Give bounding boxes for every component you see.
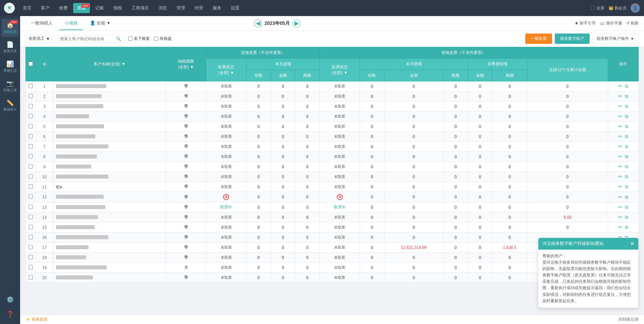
edit-icon[interactable]: ✏ <box>618 83 622 89</box>
copy-icon[interactable]: ⧉ <box>625 134 628 139</box>
copy-icon[interactable]: ⧉ <box>625 144 628 149</box>
edit-icon[interactable]: ✏ <box>618 224 622 230</box>
copy-icon[interactable]: ⧉ <box>625 174 628 179</box>
row-customer-name[interactable]: ████████████ <box>53 102 166 112</box>
sidebar-item-smart-invoice[interactable]: 🏠 智能取票 new <box>1 19 19 37</box>
tab-general-taxpayer[interactable]: 一般纳税人 <box>25 17 58 30</box>
copy-icon[interactable]: ⧉ <box>625 184 628 189</box>
edit-icon[interactable]: ✏ <box>618 124 622 129</box>
edit-icon[interactable]: ✏ <box>618 134 622 139</box>
copy-icon[interactable]: ⧉ <box>625 124 628 129</box>
tax-policy-link[interactable]: ⚡ 税务政策 <box>25 317 48 322</box>
sidebar-item-settings[interactable]: ⚙️ <box>1 293 19 307</box>
row-checkbox-7[interactable] <box>29 144 33 148</box>
row-checkbox-18[interactable] <box>29 255 33 259</box>
row-checkbox-15[interactable] <box>29 225 33 229</box>
row-checkbox-11[interactable] <box>29 184 33 189</box>
row-customer-name[interactable]: ████████████ <box>53 263 166 273</box>
row-customer-name[interactable]: ████████████ <box>53 202 166 212</box>
row-customer-name[interactable]: tEa <box>53 182 166 192</box>
row-customer-name[interactable]: ████████████ <box>53 91 166 102</box>
edit-icon[interactable]: ✏ <box>618 194 622 200</box>
avatar[interactable]: 👤 <box>631 3 640 13</box>
nav-item-accounting[interactable]: 记账 <box>91 3 108 13</box>
nav-item-settings[interactable]: 设置 <box>227 3 244 13</box>
copy-icon[interactable]: ⧉ <box>625 93 628 99</box>
row-checkbox-3[interactable] <box>29 104 33 108</box>
nav-item-invoice[interactable]: 票据 new <box>73 3 90 13</box>
edit-icon[interactable]: ✏ <box>618 104 622 109</box>
guide-btn[interactable]: ★ 新手引导 <box>575 20 596 26</box>
copy-icon[interactable]: ⧉ <box>625 204 628 210</box>
nav-item-manage[interactable]: 管理 <box>172 3 189 13</box>
sidebar-item-entry[interactable]: ✏️ 票据录入 <box>1 96 19 115</box>
row-checkbox-13[interactable] <box>29 205 33 209</box>
row-checkbox-2[interactable] <box>29 94 33 98</box>
row-checkbox-16[interactable] <box>29 235 33 239</box>
edit-icon[interactable]: ✏ <box>618 214 622 220</box>
copy-icon[interactable]: ⧉ <box>625 154 628 159</box>
copy-icon[interactable]: ⧉ <box>625 114 628 119</box>
refresh-btn[interactable]: ↺ 刷新 <box>626 20 639 26</box>
row-checkbox-1[interactable] <box>29 84 33 88</box>
checkbox-taxdisk-input[interactable] <box>154 37 158 41</box>
edit-icon[interactable]: ✏ <box>618 144 622 149</box>
tax-digital-btn[interactable]: 税务数字账户 <box>555 34 590 44</box>
row-customer-name[interactable]: ████████████ <box>53 233 166 243</box>
edit-icon[interactable]: ✏ <box>618 93 622 99</box>
tab-small-scale[interactable]: 小规模 <box>59 17 83 30</box>
nav-item-service[interactable]: 服务 <box>209 3 225 13</box>
row-customer-name[interactable]: ████████████ <box>53 253 166 263</box>
one-click-btn[interactable]: 一键取票 <box>525 34 552 44</box>
row-customer-name[interactable]: ████████████ <box>53 152 166 162</box>
search-input[interactable] <box>60 37 116 41</box>
row-checkbox-17[interactable] <box>29 245 33 249</box>
nav-item-home[interactable]: 首页 <box>19 3 36 13</box>
sidebar-item-scan[interactable]: 📷 扫描上传 <box>1 77 19 95</box>
row-customer-name[interactable]: ████████████ <box>53 212 166 222</box>
manual-btn[interactable]: 📖 操作手册 <box>600 20 622 26</box>
edit-icon[interactable]: ✏ <box>618 204 622 210</box>
copy-icon[interactable]: ⧉ <box>625 104 628 109</box>
sidebar-item-summary[interactable]: 📊 票据汇总 <box>1 58 19 76</box>
row-customer-name[interactable]: ████████████ <box>53 222 166 233</box>
fullscreen-btn[interactable]: ⛶ 全屏 <box>591 5 604 11</box>
employee-select[interactable]: 全部员工 ▼ <box>25 34 53 43</box>
row-checkbox-19[interactable] <box>29 265 33 269</box>
nav-item-business[interactable]: 工商项目 <box>127 3 153 13</box>
nav-item-billing[interactable]: 收费 <box>55 3 72 13</box>
select-all-checkbox[interactable] <box>29 62 33 66</box>
tax-digital-op-btn[interactable]: 税务数字账户操作 ▼ <box>592 34 639 44</box>
tab-all[interactable]: 👤 全能 ▼ <box>85 17 116 30</box>
row-customer-name[interactable]: ████████████ <box>53 142 166 152</box>
row-customer-name[interactable]: ████████████ <box>53 132 166 142</box>
sidebar-item-help[interactable]: ❓ <box>1 308 19 321</box>
row-customer-name[interactable]: ████████████ <box>53 273 166 283</box>
checkbox-subledger[interactable]: 名下账套 <box>128 36 150 42</box>
edit-icon[interactable]: ✏ <box>618 164 622 169</box>
row-checkbox-14[interactable] <box>29 215 33 219</box>
nav-item-customer[interactable]: 客户 <box>37 3 54 13</box>
nav-item-message[interactable]: 消息 <box>154 3 171 13</box>
nav-item-operation[interactable]: 经营 <box>191 3 207 13</box>
row-checkbox-8[interactable] <box>29 154 33 158</box>
member-btn[interactable]: 👑 购会员 <box>608 5 627 11</box>
edit-icon[interactable]: ✏ <box>618 174 622 179</box>
row-customer-name[interactable]: ████████████ <box>53 243 166 253</box>
row-customer-name[interactable]: ████████████ <box>53 81 166 91</box>
row-checkbox-5[interactable] <box>29 124 33 128</box>
row-checkbox-12[interactable] <box>29 194 33 199</box>
copy-icon[interactable]: ⧉ <box>625 224 628 230</box>
copy-icon[interactable]: ⧉ <box>625 214 628 220</box>
copy-icon[interactable]: ⧉ <box>625 83 628 89</box>
sidebar-item-open-invoice[interactable]: 📄 发票开具 <box>1 38 19 56</box>
popup-close-btn[interactable]: ✕ <box>630 241 634 247</box>
period-prev[interactable]: ◀ <box>254 19 262 27</box>
edit-icon[interactable]: ✏ <box>618 154 622 159</box>
nav-item-tax[interactable]: 报税 <box>109 3 126 13</box>
row-checkbox-4[interactable] <box>29 114 33 118</box>
row-customer-name[interactable]: ████████████ <box>53 112 166 122</box>
edit-icon[interactable]: ✏ <box>618 184 622 189</box>
search-icon[interactable]: 🔍 <box>116 37 121 41</box>
checkbox-taxdisk[interactable]: 有税盘 <box>154 36 172 42</box>
